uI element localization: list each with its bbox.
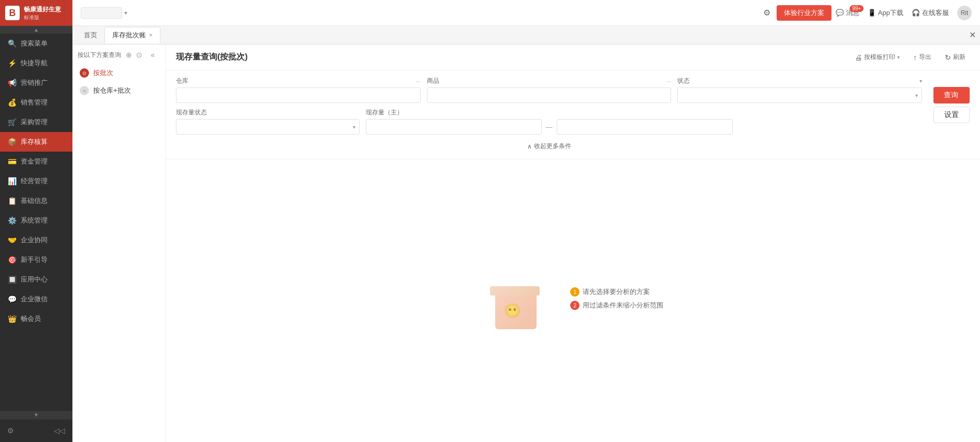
settings-btn[interactable]: 设置 [933, 107, 970, 123]
topbar-settings-btn[interactable]: ⚙ [761, 6, 773, 20]
sidebar-item-inventory[interactable]: 📦 库存核算 [0, 132, 72, 152]
close-panel-btn[interactable]: ✕ [969, 30, 976, 40]
sidebar-item-label: 营销推广 [21, 78, 48, 87]
product-input[interactable] [427, 87, 672, 103]
sidebar-item-purchase[interactable]: 🛒 采购管理 [0, 112, 72, 132]
sidebar-item-search[interactable]: 🔍 搜索菜单 [0, 34, 72, 53]
app-title-block: 畅康通好生意 标准版 [24, 5, 61, 21]
tab-close-btn[interactable]: × [149, 32, 153, 38]
main-area: ▾ ⚙ 体验行业方案 💬 消息 99+ 📱 App下载 🎧 在线客服 Rit [72, 0, 980, 442]
query-btn[interactable]: 查询 [933, 87, 970, 104]
add-icon: ⊕ [126, 51, 132, 59]
settings-footer-btn[interactable]: ⚙ [5, 424, 16, 437]
user-avatar-btn[interactable]: Rit [957, 6, 972, 20]
edition-label: 标准版 [24, 14, 61, 21]
product-label-row: 商品 ··· [427, 77, 672, 85]
sidebar-item-quick-nav[interactable]: ⚡ 快捷导航 [0, 53, 72, 73]
finance-icon: 💳 [7, 157, 17, 166]
refresh-btn[interactable]: ↻ 刷新 [941, 51, 970, 64]
sidebar-item-enterprise[interactable]: 🤝 企业协同 [0, 230, 72, 250]
tab-bar-right: ✕ [965, 30, 976, 40]
hint-text-1: 请先选择要分析的方案 [583, 287, 650, 297]
scheme-item-by-warehouse-batch[interactable]: ○ 按仓库+批次 [72, 82, 165, 99]
search-icon: 🔍 [7, 39, 17, 48]
sidebar-header: B 畅康通好生意 标准版 [0, 0, 72, 26]
sidebar-item-basic[interactable]: 📋 基础信息 [0, 191, 72, 211]
online-service-btn[interactable]: 🎧 在线客服 [912, 8, 949, 18]
product-field: 商品 ··· [427, 77, 672, 103]
sidebar-item-label: 快捷导航 [21, 58, 48, 68]
content-area: 按以下方案查询 ⊕ ⊙ « ⊙ 按批次 ○ [72, 45, 980, 442]
sidebar-item-app-center[interactable]: 🔲 应用中心 [0, 270, 72, 289]
status-caret-icon: ▾ [915, 93, 918, 98]
box-face: 😶 [504, 303, 521, 319]
topbar: ▾ ⚙ 体验行业方案 💬 消息 99+ 📱 App下载 🎧 在线客服 Rit [72, 0, 980, 26]
breadcrumb-input[interactable] [81, 7, 122, 19]
collapse-left-btn[interactable]: « [145, 50, 160, 60]
empty-illustration: 😶 [482, 272, 550, 329]
app-download-label: App下载 [878, 8, 903, 18]
stock-status-input[interactable] [176, 119, 360, 135]
export-btn[interactable]: ↑ 导出 [909, 51, 936, 64]
sidebar-item-operation[interactable]: 📊 经营管理 [0, 171, 72, 191]
sidebar-item-label: 经营管理 [21, 176, 48, 186]
sidebar-scroll-up[interactable]: ▲ [0, 26, 72, 34]
messages-btn[interactable]: 💬 消息 99+ [836, 8, 859, 18]
online-service-label: 在线客服 [922, 8, 949, 18]
warehouse-more-btn[interactable]: ··· [416, 78, 421, 84]
collapse-sidebar-btn[interactable]: ◁◁ [52, 424, 67, 437]
sidebar: B 畅康通好生意 标准版 ▲ 🔍 搜索菜单 ⚡ 快捷导航 📢 营销推广 💰 销售… [0, 0, 72, 442]
app-center-icon: 🔲 [7, 275, 17, 284]
warehouse-field: 仓库 ··· [176, 77, 421, 103]
warehouse-input-wrapper [176, 87, 421, 103]
scheme-item-by-batch[interactable]: ⊙ 按批次 [72, 64, 165, 82]
qty-separator: — [546, 123, 553, 131]
sidebar-item-newcomer[interactable]: 🎯 新手引导 [0, 250, 72, 270]
app-download-btn[interactable]: 📱 App下载 [868, 8, 903, 18]
sidebar-item-label: 库存核算 [21, 137, 48, 146]
stock-qty-from-input[interactable] [366, 119, 542, 135]
tab-active-label: 库存批次账 [112, 31, 146, 40]
purchase-icon: 🛒 [7, 117, 17, 127]
tab-inventory-batch[interactable]: 库存批次账 × [105, 27, 160, 43]
sidebar-item-wechat[interactable]: 💬 企业微信 [0, 289, 72, 309]
warehouse-input[interactable] [176, 87, 421, 103]
left-panel-actions: ⊕ ⊙ « [125, 50, 160, 60]
page-title: 现存量查询(按批次) [176, 52, 248, 63]
left-panel: 按以下方案查询 ⊕ ⊙ « ⊙ 按批次 ○ [72, 45, 166, 442]
stock-status-label: 现存量状态 [176, 108, 207, 117]
avatar: Rit [957, 6, 972, 20]
refresh-label: 刷新 [953, 53, 966, 62]
hint-text-2: 用过滤条件来缩小分析范围 [583, 301, 663, 310]
sidebar-item-sales[interactable]: 💰 销售管理 [0, 93, 72, 112]
collapse-more-btn[interactable]: ∧ 收起更多条件 [176, 140, 922, 153]
product-more-btn[interactable]: ··· [666, 78, 671, 84]
settings-icon: ⚙ [763, 8, 770, 17]
sidebar-item-finance[interactable]: 💳 资金管理 [0, 152, 72, 171]
sidebar-item-label: 畅会员 [21, 314, 41, 323]
refresh-icon: ↻ [945, 53, 951, 62]
print-btn[interactable]: 🖨 按模板打印 ▾ [851, 51, 904, 64]
stock-qty-to-input[interactable] [557, 119, 733, 135]
inventory-icon: 📦 [7, 137, 17, 146]
sidebar-item-label: 资金管理 [21, 157, 48, 166]
wechat-icon: 💬 [7, 294, 17, 304]
add-scheme-btn[interactable]: ⊕ [125, 50, 133, 60]
sidebar-item-label: 企业微信 [21, 294, 48, 304]
tab-home[interactable]: 首页 [77, 27, 105, 43]
status-input[interactable] [677, 87, 922, 103]
status-field: 状态 ▾ ▾ [677, 77, 922, 103]
collapse-label: 收起更多条件 [534, 142, 571, 151]
sidebar-scroll-down[interactable]: ▼ [0, 411, 72, 419]
scheme-settings-btn[interactable]: ⊙ [135, 50, 143, 60]
page-header: 现存量查询(按批次) 🖨 按模板打印 ▾ ↑ 导出 ↻ 刷新 [166, 45, 980, 70]
topbar-right: 💬 消息 99+ 📱 App下载 🎧 在线客服 Rit [836, 6, 972, 20]
trial-btn[interactable]: 体验行业方案 [777, 5, 831, 21]
warehouse-label-row: 仓库 ··· [176, 77, 421, 85]
member-icon: 👑 [7, 314, 17, 323]
quick-nav-icon: ⚡ [7, 58, 17, 68]
print-icon: 🖨 [855, 53, 862, 62]
sidebar-item-member[interactable]: 👑 畅会员 [0, 309, 72, 329]
sidebar-item-marketing[interactable]: 📢 营销推广 [0, 73, 72, 93]
sidebar-item-system[interactable]: ⚙️ 系统管理 [0, 211, 72, 230]
